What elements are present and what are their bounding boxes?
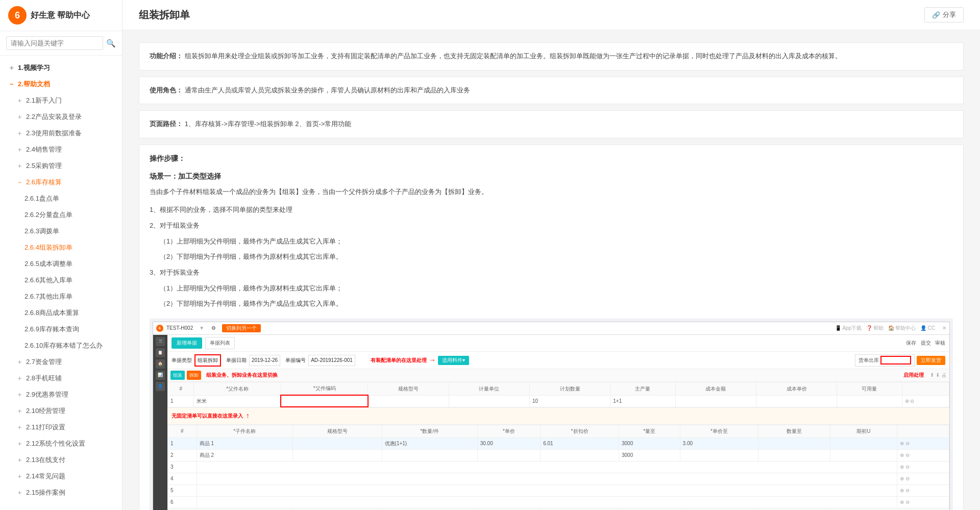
parent-col-action <box>902 382 949 396</box>
sidebar-item-finance[interactable]: ＋ 2.7资金管理 <box>0 354 122 370</box>
path-text: 1、库存核算->库存管理->组装拆卸单 2、首页->常用功能 <box>185 120 352 128</box>
child-row-1: 1 商品 1 优惠(1+1) 30.00 6.01 3000 3.00 <box>168 438 949 449</box>
warehouse-input[interactable] <box>880 356 911 365</box>
role-label: 使用角色： <box>150 86 183 94</box>
sidebar-header: 6 好生意 帮助中心 <box>0 0 122 31</box>
type-value[interactable]: 组装拆卸 <box>194 354 221 367</box>
sidebar-item-stocktake[interactable]: 2.6.1盘点单 <box>0 190 122 207</box>
plus-icon: ＋ <box>16 488 23 497</box>
sidebar-item-inventory[interactable]: － 2.6库存核算 <box>0 174 122 190</box>
app-logo-icon: 6 <box>156 325 163 332</box>
date-value[interactable]: 2019-12-26 <box>249 355 280 366</box>
child-table-wrapper: # *子件名称 规格型号 *数量/件 *单价 *折扣价 *量至 *单价至 <box>167 425 949 511</box>
warehouse-field: 货单出库 <box>855 354 915 367</box>
save-btn[interactable]: 立即发货 <box>917 356 945 365</box>
intro-text: 组装拆卸单用来处理企业组装或拆卸等加工业务，支持有固定装配清单的产品加工业务，也… <box>185 52 842 60</box>
type-field: 单据类型 组装拆卸 <box>172 354 221 367</box>
annotation-enable: 启用处理 <box>903 371 924 380</box>
sidebar-item-mgmt[interactable]: ＋ 2.10经营管理 <box>0 403 122 419</box>
sidebar-item-cost-recalc[interactable]: 2.6.8商品成本重算 <box>0 305 122 321</box>
sidebar-item-mobile[interactable]: ＋ 2.8手机旺辅 <box>0 370 122 386</box>
scene-intro: 当由多个子件材料组装成一个成品的业务为【组装】业务，当由一个父件拆分成多个子产品… <box>150 186 953 199</box>
no-field: 单据编号 AD-20191226-001 <box>285 355 355 366</box>
plus-icon: ＋ <box>16 374 23 383</box>
sidebar-item-cost-adj[interactable]: 2.6.5成本调整单 <box>0 256 122 272</box>
sidebar-item-faq[interactable]: ＋ 2.14常见问题 <box>0 468 122 484</box>
select-parts-btn[interactable]: 选用料件▾ <box>438 356 469 365</box>
parent-code-cell[interactable] <box>281 395 368 407</box>
child-col-disc: *折扣价 <box>541 425 619 438</box>
sidebar-item-print[interactable]: ＋ 2.11打印设置 <box>0 419 122 435</box>
annotation-switch: 组装业务、拆卸业务在这里切换 <box>206 371 278 380</box>
steps-detail: 1、根据不同的业务，选择不同单据的类型来处理 2、对于组装业务 （1）上部明细为… <box>150 204 953 310</box>
sidebar-item-newbie[interactable]: ＋ 2.1新手入门 <box>0 92 122 109</box>
parent-col-no: # <box>168 382 194 396</box>
sidebar-item-install[interactable]: ＋ 2.2产品安装及登录 <box>0 109 122 125</box>
sidebar-item-sub-stocktake[interactable]: 2.6.2分量盘点单 <box>0 207 122 223</box>
new-tab[interactable]: 新增单据 <box>172 337 202 349</box>
step-3-1: （1）上部明细为父件明细，最终作为原材料生成其它出库单； <box>160 282 953 295</box>
sidebar-item-data-prep[interactable]: ＋ 2.3使用前数据准备 <box>0 125 122 141</box>
annotation-no-bom: 无固定清单可以直接在这里录入 <box>172 411 243 421</box>
parent-col-main-qty: 主产量 <box>610 382 675 396</box>
sidebar: 6 好生意 帮助中心 🔍 ＋ 1.视频学习 － 2.帮助文档 ＋ 2.1新手入门… <box>0 0 122 510</box>
search-box: 🔍 <box>0 31 122 56</box>
sidebar-item-transfer[interactable]: 2.6.3调拨单 <box>0 223 122 239</box>
child-col-no: # <box>168 425 197 438</box>
plus-icon: ＋ <box>16 439 23 448</box>
sidebar-item-customize[interactable]: ＋ 2.12系统个性化设置 <box>0 435 122 452</box>
sidebar-item-coupon[interactable]: ＋ 2.9优惠券管理 <box>0 386 122 403</box>
sidebar-item-other-in[interactable]: 2.6.6其他入库单 <box>0 272 122 288</box>
child-row-3: 3 ⊕ ⊖ <box>168 461 949 473</box>
screenshot-container: 6 TEST-H002 ▼ ⚙ 切换到另一个 📱 App下载 ❓ 帮助 🏠 帮助… <box>150 319 953 510</box>
plus-icon: ＋ <box>16 455 23 465</box>
plus-icon: ＋ <box>16 145 23 154</box>
sidebar-item-ledger-query[interactable]: 2.6.9库存账本查询 <box>0 321 122 337</box>
sidebar-item-purchase[interactable]: ＋ 2.5采购管理 <box>0 158 122 174</box>
child-row-4: 4 ⊕ ⊖ <box>168 473 949 484</box>
child-row-5: 5 ⊕ ⊖ <box>168 484 949 496</box>
app-form-toolbar: 新增单据 单据列表 保存 提交 审核 <box>167 335 949 352</box>
sidebar-item-other-out[interactable]: 2.6.7其他出库单 <box>0 288 122 305</box>
intro-label: 功能介绍： <box>150 52 183 60</box>
action-icons: ⬆ ⬇ 🖨 <box>930 371 946 380</box>
share-icon: 🔗 <box>932 11 940 19</box>
no-value[interactable]: AD-20191226-001 <box>308 355 355 366</box>
list-tab[interactable]: 单据列表 <box>205 337 235 349</box>
child-row-6: 6 ⊕ ⊖ <box>168 496 949 508</box>
share-button[interactable]: 🔗 分享 <box>924 7 964 22</box>
search-input[interactable] <box>6 36 103 50</box>
sidebar-item-ledger-fix[interactable]: 2.6.10库存账本错了怎么办 <box>0 337 122 354</box>
search-icon[interactable]: 🔍 <box>106 39 116 48</box>
sidebar-item-cases[interactable]: ＋ 2.15操作案例 <box>0 484 122 501</box>
sidebar-item-payment[interactable]: ＋ 2.13在线支付 <box>0 452 122 468</box>
page-title: 组装拆卸单 <box>139 8 190 22</box>
sidebar-item-help-docs[interactable]: － 2.帮助文档 <box>0 76 122 92</box>
steps-block: 操作步骤： 场景一：加工类型选择 当由多个子件材料组装成一个成品的业务为【组装】… <box>139 144 964 510</box>
close-icon[interactable]: ✕ <box>942 324 946 333</box>
parent-col-qty: 计划数量 <box>529 382 610 396</box>
child-table: # *子件名称 规格型号 *数量/件 *单价 *折扣价 *量至 *单价至 <box>167 425 949 511</box>
row-action-icon[interactable]: ⊕ ⊖ <box>905 398 915 404</box>
plus-icon: ＋ <box>16 357 23 367</box>
role-block: 使用角色： 通常由生产人员或库管人员完成拆装业务的操作，库管人员确认原材料的出库… <box>139 77 964 105</box>
plus-icon: ＋ <box>16 390 23 399</box>
nav-tree: ＋ 1.视频学习 － 2.帮助文档 ＋ 2.1新手入门 ＋ 2.2产品安装及登录… <box>0 56 122 510</box>
sidebar-item-assembly[interactable]: 2.6.4组装拆卸单 <box>0 239 122 256</box>
plus-icon: ＋ <box>16 96 23 105</box>
sidebar-item-video[interactable]: ＋ 1.视频学习 <box>0 60 122 76</box>
path-block: 页面路径： 1、库存核算->库存管理->组装拆卸单 2、首页->常用功能 <box>139 110 964 138</box>
scene-title: 场景一：加工类型选择 <box>150 170 953 183</box>
date-field: 单据日期 2019-12-26 <box>226 355 280 366</box>
app-section-header: 组装 拆卸 组装业务、拆卸业务在这里切换 启用处理 ⬆ ⬇ 🖨 <box>167 369 949 382</box>
disassemble-badge: 拆卸 <box>187 371 201 380</box>
child-table-footer: 合计 0.00 0.00 0.00 0.00 <box>168 508 949 510</box>
switch-btn[interactable]: 切换到另一个 <box>222 324 261 332</box>
assembly-badge: 组装 <box>170 371 185 380</box>
path-label: 页面路径： <box>150 120 183 128</box>
child-col-price: *单价 <box>477 425 540 438</box>
sidebar-item-sales[interactable]: ＋ 2.4销售管理 <box>0 141 122 158</box>
plus-icon: ＋ <box>16 406 23 416</box>
child-col-qty2: 数量至 <box>758 425 830 438</box>
brand-name: 好生意 帮助中心 <box>31 10 90 21</box>
